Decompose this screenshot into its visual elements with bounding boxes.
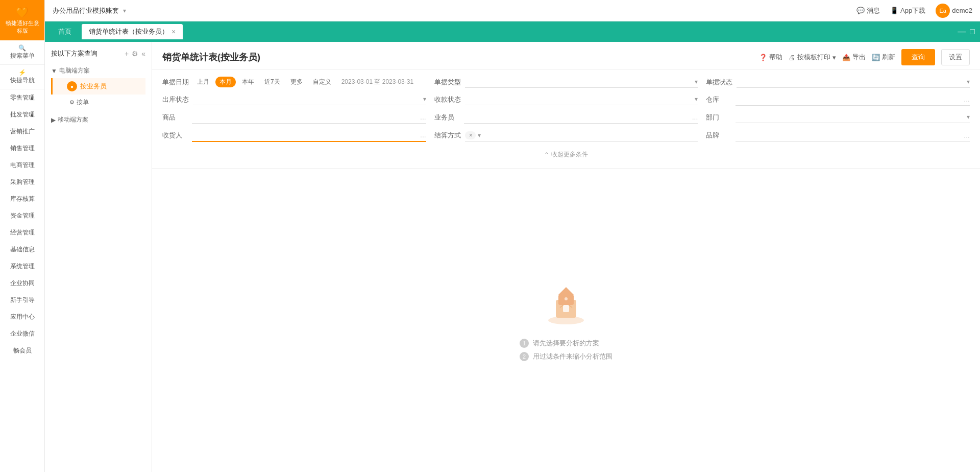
tab-close-btn[interactable]: × [172, 28, 176, 36]
user-menu[interactable]: Ea demo2 [936, 4, 972, 18]
maximize-btn[interactable]: □ [970, 27, 975, 36]
sidebar-item-label-9: 基础信息 [10, 246, 35, 253]
empty-tip-2: 2 用过滤条件来缩小分析范围 [520, 352, 612, 361]
industry-label: 办公用品行业模拟账套 [53, 6, 119, 15]
sidebar-item-15[interactable]: 畅会员 [8, 342, 37, 359]
app-logo[interactable]: 🧡 畅捷通好生意 标版 [0, 0, 44, 40]
left-panel-header: 按以下方案查询 + ⚙ « [45, 47, 152, 62]
scheme-by-order[interactable]: ⚙ 按单 [51, 96, 145, 109]
sidebar-item-label-2: 营销推广 [10, 128, 35, 135]
sidebar-item-7[interactable]: 资金管理 [8, 207, 37, 224]
filter-row-4: 收货人 ... 结算方式 × ▾ [162, 129, 970, 142]
sidebar-item-13[interactable]: 应用中心 [8, 309, 37, 325]
brand-label: 品牌 [706, 131, 731, 140]
date-tab-more[interactable]: 更多 [286, 77, 307, 87]
sidebar-item-12[interactable]: 新手引导 [8, 292, 37, 309]
filter-settlement-item: 结算方式 × ▾ [434, 129, 698, 142]
sidebar-item-14[interactable]: 企业微信 [8, 325, 37, 342]
sidebar-item-11[interactable]: 企业协同 [8, 275, 37, 292]
print-btn[interactable]: 🖨 按模板打印 ▾ [789, 53, 836, 62]
docstatus-label: 单据状态 [706, 78, 732, 87]
salesman-control[interactable]: ... [464, 111, 698, 124]
add-scheme-btn[interactable]: + [125, 50, 129, 58]
goods-control[interactable]: ... [192, 111, 426, 124]
export-btn[interactable]: 📤 导出 [842, 53, 866, 62]
main-content: 办公用品行业模拟账套 ▾ 💬 消息 📱 App下载 Ea demo2 首页 销货… [45, 0, 980, 472]
refresh-label: 刷新 [882, 53, 895, 62]
outstatus-control[interactable]: ▾ [193, 93, 426, 105]
minimize-btn[interactable]: — [958, 27, 966, 36]
sidebar-item-4[interactable]: 电商管理 [8, 157, 37, 174]
warehouse-control[interactable]: ... [736, 93, 970, 106]
sidebar-item-label-10: 系统管理 [10, 263, 35, 270]
app-download-label: App下载 [900, 6, 925, 15]
sidebar-item-2[interactable]: 营销推广 [8, 123, 37, 140]
message-btn[interactable]: 💬 消息 [856, 6, 880, 15]
sidebar-item-0[interactable]: 零售管理▲ [8, 89, 37, 106]
collapse-btn[interactable]: ⌃ 收起更多条件 [162, 147, 970, 162]
sidebar-item-5[interactable]: 采购管理 [8, 174, 37, 191]
date-tab-prev[interactable]: 上月 [193, 77, 213, 87]
tab-active-label: 销货单统计表（按业务员） [89, 27, 168, 36]
sidebar-item-label-5: 采购管理 [10, 178, 35, 185]
export-label: 导出 [852, 53, 866, 62]
date-tab-year[interactable]: 本年 [238, 77, 258, 87]
scheme-salesman-label: 按业务员 [80, 82, 107, 91]
receiptstatus-control[interactable]: ▾ [465, 93, 698, 105]
filter-brand-item: 品牌 ... [706, 129, 970, 142]
docstatus-arrow: ▾ [967, 78, 970, 85]
sidebar-item-1[interactable]: 批发管理▲ [8, 106, 37, 123]
scheme-header-label: 按以下方案查询 [51, 49, 97, 58]
collapse-icon: ⌃ [544, 151, 549, 158]
sidebar-item-8[interactable]: 经营管理 [8, 224, 37, 241]
brand-control[interactable]: ... [736, 129, 970, 142]
scheme-order-icon: ⚙ [69, 99, 75, 106]
sidebar-arrow-0: ▲ [30, 95, 35, 101]
sidebar-search[interactable]: 🔍 帮助 搜索菜单 [0, 40, 44, 65]
avatar: Ea [936, 4, 950, 18]
collapse-scheme-btn[interactable]: « [141, 50, 145, 58]
settlement-clear-btn[interactable]: × [469, 132, 473, 139]
sidebar-item-9[interactable]: 基础信息 [8, 241, 37, 258]
logo-sub: 标版 [17, 28, 28, 34]
scheme-salesman[interactable]: ● 按业务员 [51, 78, 145, 95]
date-tab-cur[interactable]: 本月 [215, 77, 236, 87]
sidebar-item-3[interactable]: 销售管理 [8, 140, 37, 157]
docstatus-control[interactable]: ▾ [737, 76, 970, 88]
doctype-control[interactable]: ▾ [465, 76, 698, 88]
sidebar-quick-nav[interactable]: ⚡ 快捷导航 [0, 65, 44, 89]
app-download-btn[interactable]: 📱 App下载 [890, 6, 925, 15]
left-panel: 按以下方案查询 + ⚙ « ▼ 电脑端方案 ● 按业务员 ⚙ 按单 [45, 42, 152, 472]
refresh-btn[interactable]: 🔄 刷新 [872, 53, 895, 62]
mobile-scheme-title[interactable]: ▶ 移动端方案 [51, 113, 145, 126]
department-control[interactable]: ▾ [736, 111, 970, 123]
settlement-arrow: ▾ [478, 132, 481, 139]
sidebar-item-6[interactable]: 库存核算 [8, 191, 37, 207]
empty-tips: 1 请先选择要分析的方案 2 用过滤条件来缩小分析范围 [520, 339, 612, 361]
desktop-scheme-title[interactable]: ▼ 电脑端方案 [51, 64, 145, 77]
sidebar: 🧡 畅捷通好生意 标版 🔍 帮助 搜索菜单 ⚡ 快捷导航 零售管理▲批发管理▲营… [0, 0, 45, 472]
date-tab-custom[interactable]: 自定义 [309, 77, 335, 87]
query-button[interactable]: 查询 [901, 49, 935, 65]
department-label: 部门 [706, 113, 731, 122]
tab-home[interactable]: 首页 [50, 24, 80, 39]
svg-rect-4 [563, 305, 569, 312]
filter-docstatus-item: 单据状态 ▾ [706, 76, 970, 88]
message-icon: 💬 [856, 7, 865, 14]
quicknav-label: 快捷导航 [10, 77, 35, 84]
scheme-title-label: 电脑端方案 [59, 66, 90, 75]
sidebar-item-10[interactable]: 系统管理 [8, 258, 37, 275]
settlement-control[interactable]: × ▾ [465, 129, 698, 142]
logo-text: 畅捷通好生意 [6, 20, 39, 26]
tab-active[interactable]: 销货单统计表（按业务员） × [82, 24, 183, 39]
date-tab-7d[interactable]: 近7天 [260, 77, 284, 87]
industry-dropdown[interactable]: ▾ [123, 7, 126, 14]
right-panel: 销货单统计表(按业务员) ❓ 帮助 🖨 按模板打印 ▾ 📤 导出 [152, 42, 980, 472]
settings-button[interactable]: 设置 [941, 49, 970, 65]
settings-scheme-btn[interactable]: ⚙ [132, 50, 138, 58]
help-btn[interactable]: ❓ 帮助 [759, 53, 782, 62]
scheme-active-icon: ● [67, 81, 77, 91]
goods-label: 商品 [162, 113, 188, 122]
consignee-control[interactable]: ... [192, 129, 426, 142]
page-title: 销货单统计表(按业务员) [162, 51, 260, 63]
